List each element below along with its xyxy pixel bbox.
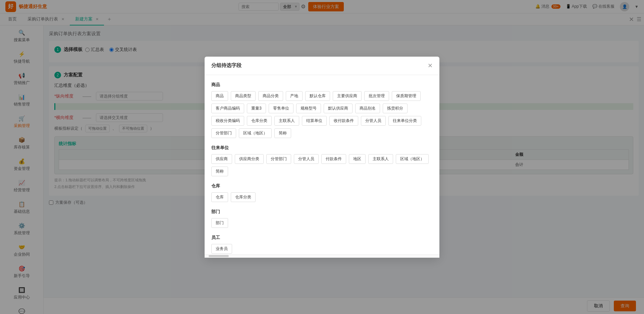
warehouse-tags: 仓库 仓库分类 — [211, 192, 433, 202]
tag-warehouse[interactable]: 仓库 — [211, 192, 228, 202]
section-counterpart: 往来单位 供应商 供应商分类 分管部门 分管人员 付款条件 地区 主联系人 区域… — [211, 145, 433, 176]
tag-goods[interactable]: 商品 — [211, 91, 228, 101]
tag-main-contact2[interactable]: 主联系人 — [368, 154, 393, 164]
tag-tax-code[interactable]: 税收分类编码 — [211, 116, 244, 126]
tag-warehouse-cat2[interactable]: 仓库分类 — [231, 192, 256, 202]
tag-origin[interactable]: 产地 — [286, 91, 303, 101]
modal-hscrollbar[interactable] — [205, 254, 439, 257]
tag-region[interactable]: 区域（地区） — [239, 128, 272, 138]
section-employee: 员工 业务员 — [211, 235, 433, 254]
tag-goods-cat[interactable]: 商品分类 — [258, 91, 283, 101]
tag-pick-points[interactable]: 拣货积分 — [383, 104, 408, 113]
tag-retail-unit[interactable]: 零售单位 — [269, 104, 293, 113]
tag-counterpart-cat[interactable]: 往来单位分类 — [388, 116, 421, 126]
tag-supervisor[interactable]: 分管人员 — [361, 116, 386, 126]
tag-payment-cond[interactable]: 付款条件 — [321, 154, 346, 164]
tag-default-supplier[interactable]: 默认供应商 — [324, 104, 353, 113]
tag-short2[interactable]: 简称 — [211, 167, 228, 176]
modal-body: 商品 商品 商品类型 商品分类 产地 默认仓库 主要供应商 批次管理 保质期管理… — [205, 75, 439, 255]
tag-warehouse-cat[interactable]: 仓库分类 — [247, 116, 272, 126]
section-goods-title: 商品 — [211, 82, 433, 88]
tag-weight3[interactable]: 重量3 — [247, 104, 266, 113]
tag-settle-unit[interactable]: 结算单位 — [302, 116, 327, 126]
modal: 分组待选字段 ✕ 商品 商品 商品类型 商品分类 产地 默认仓库 主要供应商 批… — [205, 57, 439, 258]
section-goods: 商品 商品 商品类型 商品分类 产地 默认仓库 主要供应商 批次管理 保质期管理… — [211, 82, 433, 138]
tag-goods-type[interactable]: 商品类型 — [231, 91, 256, 101]
modal-header: 分组待选字段 ✕ — [205, 57, 439, 75]
section-warehouse: 仓库 仓库 仓库分类 — [211, 183, 433, 202]
modal-overlay[interactable]: 分组待选字段 ✕ 商品 商品 商品类型 商品分类 产地 默认仓库 主要供应商 批… — [0, 0, 644, 314]
section-dept: 部门 部门 — [211, 209, 433, 228]
tag-batch-mgmt[interactable]: 批次管理 — [364, 91, 389, 101]
tag-dept-manage[interactable]: 分管部门 — [211, 128, 236, 138]
tag-goods-alias[interactable]: 商品别名 — [355, 104, 380, 113]
tag-main-contact[interactable]: 主联系人 — [274, 116, 299, 126]
goods-tags: 商品 商品类型 商品分类 产地 默认仓库 主要供应商 批次管理 保质期管理 客户… — [211, 91, 433, 138]
section-warehouse-title: 仓库 — [211, 183, 433, 189]
tag-supervisor2[interactable]: 分管人员 — [294, 154, 319, 164]
tag-supplier[interactable]: 供应商 — [211, 154, 232, 164]
section-counterpart-title: 往来单位 — [211, 145, 433, 151]
counterpart-tags: 供应商 供应商分类 分管部门 分管人员 付款条件 地区 主联系人 区域（地区） … — [211, 154, 433, 176]
tag-main-supplier[interactable]: 主要供应商 — [333, 91, 362, 101]
tag-customer-code[interactable]: 客户商品编码 — [211, 104, 244, 113]
tag-region2[interactable]: 区域（地区） — [396, 154, 429, 164]
tag-spec-model[interactable]: 规格型号 — [296, 104, 321, 113]
tag-shelf-life[interactable]: 保质期管理 — [392, 91, 421, 101]
tag-dept2[interactable]: 分管部门 — [266, 154, 291, 164]
section-employee-title: 员工 — [211, 235, 433, 241]
tag-payment-terms[interactable]: 收付款条件 — [329, 116, 358, 126]
modal-close-button[interactable]: ✕ — [428, 62, 433, 69]
tag-default-warehouse[interactable]: 默认仓库 — [305, 91, 330, 101]
tag-dept[interactable]: 部门 — [211, 218, 228, 228]
modal-hscroll-thumb[interactable] — [209, 255, 229, 257]
tag-supplier-cat[interactable]: 供应商分类 — [235, 154, 264, 164]
tag-salesman[interactable]: 业务员 — [211, 244, 232, 254]
modal-title: 分组待选字段 — [211, 62, 241, 69]
tag-short-name[interactable]: 简称 — [274, 128, 291, 138]
dept-tags: 部门 — [211, 218, 433, 228]
employee-tags: 业务员 — [211, 244, 433, 254]
tag-area[interactable]: 地区 — [349, 154, 366, 164]
section-dept-title: 部门 — [211, 209, 433, 215]
